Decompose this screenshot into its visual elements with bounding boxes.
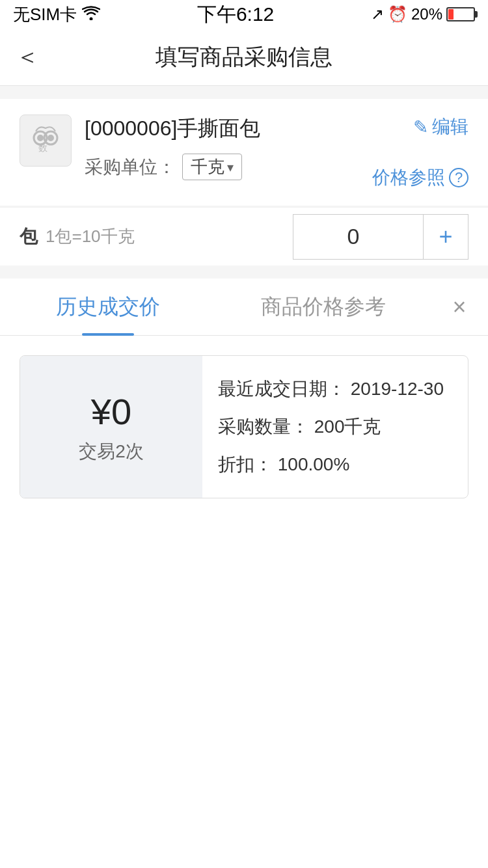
wifi-icon (82, 5, 100, 25)
location-icon: ↗ (371, 5, 384, 23)
product-unit-row: 采购单位： 千克 ▾ (85, 154, 260, 180)
quantity-input-row: + (293, 214, 468, 260)
history-card-right: 最近成交日期： 2019-12-30 采购数量： 200千克 折扣： 100.0… (202, 356, 468, 498)
header: ＜ 填写商品采购信息 (0, 29, 488, 86)
edit-button[interactable]: ✎ 编辑 (413, 115, 468, 139)
recent-date-value: 2019-12-30 (351, 379, 444, 399)
tab-close-button[interactable]: × (431, 278, 488, 336)
history-content: ¥0 交易2次 最近成交日期： 2019-12-30 采购数量： 200千克 折… (0, 336, 488, 518)
battery-percent: 20% (411, 5, 442, 23)
status-bar: 无SIM卡 下午6:12 ↗ ⏰ 20% (0, 0, 488, 29)
tab-history-price[interactable]: 历史成交价 (0, 278, 215, 336)
page-title: 填写商品采购信息 (156, 42, 332, 72)
history-recent-date-row: 最近成交日期： 2019-12-30 (218, 375, 452, 403)
product-logo: 数 (20, 115, 72, 167)
tabs-section: 历史成交价 商品价格参考 × (0, 278, 488, 336)
edit-label: 编辑 (432, 115, 468, 139)
product-card: 数 [0000006]手撕面包 采购单位： 千克 ▾ ✎ 编辑 (0, 99, 488, 206)
history-card-left: ¥0 交易2次 (20, 356, 202, 498)
quantity-hint: 1包=10千克 (46, 225, 135, 248)
svg-text:数: 数 (38, 142, 47, 153)
history-discount-row: 折扣： 100.00% (218, 451, 452, 478)
back-button[interactable]: ＜ (16, 41, 39, 73)
price-ref-question-icon: ? (449, 168, 468, 187)
price-ref-label: 价格参照 (372, 165, 445, 190)
status-time: 下午6:12 (197, 1, 274, 28)
alarm-icon: ⏰ (388, 5, 407, 23)
history-transactions: 交易2次 (79, 439, 144, 464)
unit-selector[interactable]: 千克 ▾ (182, 154, 242, 180)
quantity-unit-icon: 包 (20, 224, 38, 249)
status-right: ↗ ⏰ 20% (371, 5, 475, 23)
history-quantity-row: 采购数量： 200千克 (218, 413, 452, 441)
quantity-input[interactable] (293, 214, 423, 260)
edit-icon: ✎ (413, 116, 428, 138)
unit-value: 千克 (191, 156, 224, 178)
status-left: 无SIM卡 (13, 3, 100, 26)
history-card: ¥0 交易2次 最近成交日期： 2019-12-30 采购数量： 200千克 折… (20, 355, 468, 498)
battery-icon (446, 7, 475, 21)
bottom-space (0, 518, 488, 868)
discount-label: 折扣： (218, 454, 273, 474)
product-left: 数 [0000006]手撕面包 采购单位： 千克 ▾ (20, 115, 260, 180)
tab-history-price-label: 历史成交价 (56, 293, 160, 321)
network-text: 无SIM卡 (13, 3, 77, 26)
svg-point-4 (47, 135, 54, 141)
price-reference-button[interactable]: 价格参照 ? (372, 165, 468, 190)
history-price: ¥0 (91, 390, 131, 433)
product-top: 数 [0000006]手撕面包 采购单位： 千克 ▾ ✎ 编辑 (20, 115, 468, 190)
quantity-label-text: 采购数量： (218, 416, 309, 437)
unit-dropdown-arrow: ▾ (227, 159, 234, 175)
tab-product-price-reference-label: 商品价格参考 (261, 293, 386, 321)
svg-point-0 (90, 17, 93, 20)
recent-date-label: 最近成交日期： (218, 379, 346, 399)
quantity-section: 包 1包=10千克 + (0, 207, 488, 265)
brand-logo-icon: 数 (26, 118, 65, 163)
quantity-label: 包 1包=10千克 (20, 224, 135, 249)
discount-value: 100.00% (278, 454, 350, 474)
quantity-plus-button[interactable]: + (423, 214, 468, 260)
tab-product-price-reference[interactable]: 商品价格参考 (215, 278, 431, 336)
product-info: [0000006]手撕面包 采购单位： 千克 ▾ (85, 115, 260, 180)
unit-label: 采购单位： (85, 155, 176, 180)
product-name: [0000006]手撕面包 (85, 115, 260, 143)
quantity-value: 200千克 (314, 416, 381, 437)
svg-point-3 (37, 135, 44, 141)
